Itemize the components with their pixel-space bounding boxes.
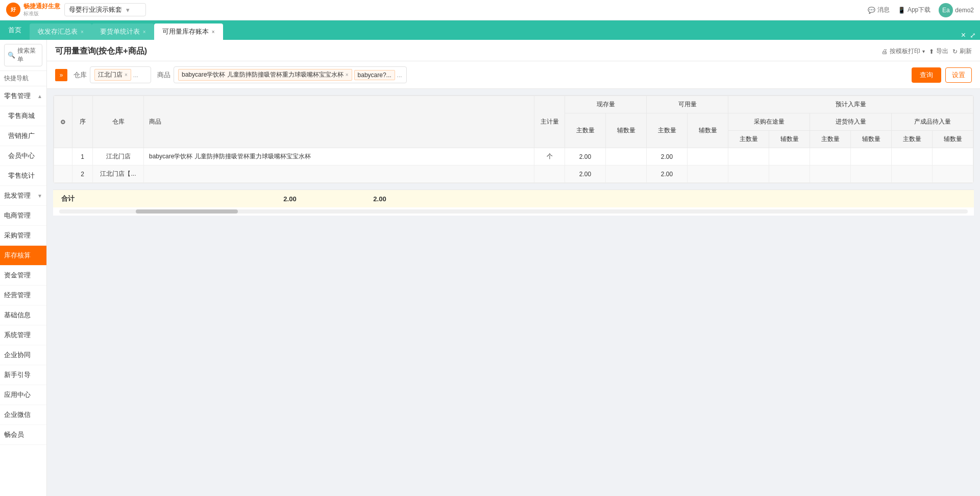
sidebar-item-system-mgmt[interactable]: 系统管理 [0, 325, 46, 345]
user-item[interactable]: Ea demo2 [939, 3, 974, 17]
horizontal-scrollbar[interactable] [59, 209, 968, 214]
row-inbound-main [810, 148, 851, 166]
sidebar-item-label: 应用中心 [4, 390, 31, 399]
gear-header[interactable]: ⚙ [54, 96, 72, 148]
template-print-label: 按模板打印 [890, 47, 920, 56]
row-warehouse: 江北门店【... [93, 166, 144, 183]
sidebar-item-retail-stats[interactable]: 零售统计 [0, 166, 46, 186]
app-download-label: App下载 [908, 6, 930, 14]
warehouse-label: 仓库 [74, 70, 87, 80]
sidebar-item-label: 新手引导 [4, 370, 31, 380]
sidebar-item-purchase-mgmt[interactable]: 采购管理 [0, 226, 46, 246]
tab-receipt-summary-label: 收发存汇总表 [38, 27, 78, 36]
sidebar-item-ops-mgmt[interactable]: 经营管理 [0, 286, 46, 305]
goods-input[interactable]: babycare学饮杯 儿童防摔防撞吸管杯重力球吸嘴杯宝宝水杯 × babyca… [174, 66, 407, 83]
template-print-button[interactable]: 🖨 按模板打印 ▾ [881, 47, 925, 56]
footer-summary: 合计 2.00 2.00 [53, 190, 974, 207]
production-pending-header: 产成品待入量 [892, 113, 973, 131]
logo-icon: 好 [6, 3, 20, 17]
goods-more-icon[interactable]: ... [397, 72, 402, 79]
row-gear [54, 166, 72, 183]
filter-bar: » 仓库 江北门店 × ... 商品 babycare学饮杯 儿童防摔防撞吸管杯… [47, 61, 980, 89]
row-unit: 个 [534, 148, 565, 166]
logo-sub: 标准版 [23, 10, 60, 17]
sidebar-item-new-guide[interactable]: 新手引导 [0, 365, 46, 385]
row-inbound-main [810, 166, 851, 183]
sidebar-item-app-center[interactable]: 应用中心 [0, 385, 46, 405]
sidebar-item-basic-info[interactable]: 基础信息 [0, 305, 46, 325]
avail-aux-header: 辅数量 [688, 113, 728, 148]
tab-receipt-summary[interactable]: 收发存汇总表 × [30, 23, 92, 40]
sidebar-item-label: 采购管理 [4, 231, 31, 240]
row-purchase-main [728, 166, 769, 183]
production-main-header: 主数量 [892, 131, 933, 148]
tab-order-stats-close[interactable]: × [143, 29, 146, 35]
warehouse-selector-label: 母婴行业演示账套 [69, 5, 122, 14]
row-gear [54, 148, 72, 166]
sidebar-item-inventory-check[interactable]: 库存核算 [0, 246, 46, 266]
sidebar-item-retail-mall[interactable]: 零售商城 [0, 106, 46, 126]
summary-stock-main: 2.00 [270, 195, 310, 203]
message-item[interactable]: 💬 消息 [868, 6, 890, 14]
sidebar-item-pro-member[interactable]: 畅会员 [0, 425, 46, 445]
sidebar-search-button[interactable]: 🔍 搜索菜单 [4, 44, 42, 66]
sidebar-item-label: 零售管理 [4, 91, 31, 101]
tab-home[interactable]: 首页 [0, 20, 30, 40]
stock-main-header: 主数量 [565, 113, 606, 148]
quick-nav-label: 快捷导航 [4, 75, 29, 82]
settings-button[interactable]: 设置 [945, 67, 972, 83]
sidebar-item-enterprise-collab[interactable]: 企业协同 [0, 345, 46, 365]
refresh-icon: ↻ [952, 48, 958, 55]
tab-available-inventory-close[interactable]: × [212, 29, 215, 35]
seq-header: 序 [72, 96, 93, 148]
sidebar-item-label: 库存核算 [4, 251, 31, 260]
main-unit-header: 主计量 [534, 96, 565, 148]
query-button[interactable]: 查询 [912, 67, 941, 83]
sidebar-item-label: 系统管理 [4, 330, 31, 340]
expand-icon[interactable]: ⤢ [970, 31, 976, 39]
row-avail-aux [688, 166, 728, 183]
nav-tabs: 首页 收发存汇总表 × 要货单统计表 × 可用量库存账本 × × ⤢ [0, 20, 980, 40]
refresh-button[interactable]: ↻ 刷新 [952, 47, 972, 56]
warehouse-input[interactable]: 江北门店 × ... [90, 66, 151, 83]
scrollbar-thumb[interactable] [136, 209, 238, 214]
filter-expand-button[interactable]: » [55, 69, 67, 81]
production-aux-header: 辅数量 [933, 131, 973, 148]
goods-tag-1-remove[interactable]: × [346, 72, 349, 78]
avatar-initials: Ea [942, 7, 950, 14]
row-goods [144, 166, 534, 183]
message-icon: 💬 [868, 7, 875, 14]
sidebar-item-label: 会员中心 [8, 151, 35, 160]
row-inbound-aux [851, 148, 892, 166]
tab-receipt-summary-close[interactable]: × [81, 29, 84, 35]
row-seq: 1 [72, 148, 93, 166]
tab-available-inventory[interactable]: 可用量库存账本 × [154, 23, 223, 40]
sidebar-item-enterprise-wechat[interactable]: 企业微信 [0, 405, 46, 425]
sidebar-item-label: 企业协同 [4, 350, 31, 360]
inventory-table: ⚙ 序 仓库 商品 主计量 现存量 可用量 预计入库量 主数量 辅数量 主数量 [54, 96, 973, 183]
row-production-main [892, 166, 933, 183]
row-warehouse: 江北门店 [93, 148, 144, 166]
warehouse-tag-remove[interactable]: × [125, 72, 128, 78]
tab-order-stats[interactable]: 要货单统计表 × [92, 23, 154, 40]
sidebar-item-label: 电商管理 [4, 211, 31, 220]
arrow-icon: ▼ [37, 193, 42, 199]
export-button[interactable]: ⬆ 导出 [929, 47, 948, 56]
content-area: 可用量查询(按仓库+商品) 🖨 按模板打印 ▾ ⬆ 导出 ↻ 刷新 [47, 40, 980, 496]
sidebar-item-finance-mgmt[interactable]: 资金管理 [0, 266, 46, 286]
inbound-main-header: 主数量 [810, 131, 851, 148]
page-actions: 🖨 按模板打印 ▾ ⬆ 导出 ↻ 刷新 [881, 47, 972, 56]
warehouse-selector[interactable]: 母婴行业演示账套 ▾ [64, 3, 146, 16]
sidebar-item-member-center[interactable]: 会员中心 [0, 146, 46, 166]
sidebar-item-marketing[interactable]: 营销推广 [0, 126, 46, 146]
close-all-icon[interactable]: × [961, 31, 966, 40]
sidebar-item-retail-mgmt[interactable]: 零售管理 ▲ [0, 86, 46, 106]
sidebar-quick-nav[interactable]: 快捷导航 [0, 71, 46, 86]
more-options-icon[interactable]: ... [133, 72, 138, 79]
purchase-transit-header: 采购在途量 [728, 113, 810, 131]
sidebar-item-ecommerce-mgmt[interactable]: 电商管理 [0, 206, 46, 226]
app-download-item[interactable]: 📱 App下载 [898, 6, 930, 14]
sidebar-item-wholesale-mgmt[interactable]: 批发管理 ▼ [0, 186, 46, 206]
page-title: 可用量查询(按仓库+商品) [55, 46, 147, 57]
row-production-main [892, 148, 933, 166]
